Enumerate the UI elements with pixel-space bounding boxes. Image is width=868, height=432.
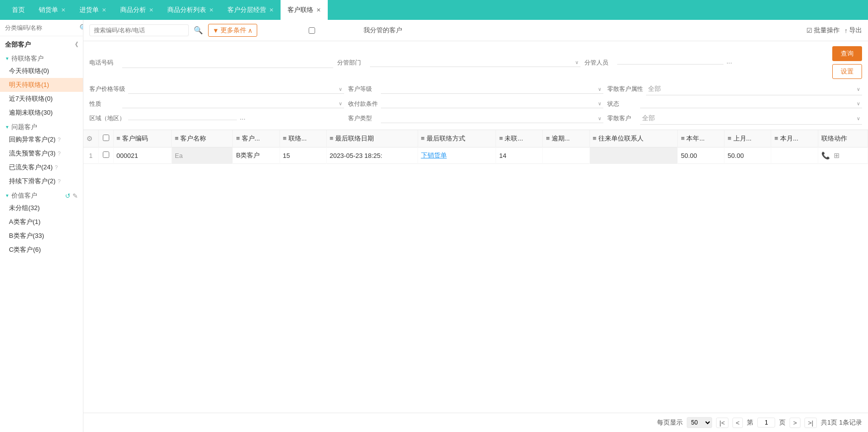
- dept-select[interactable]: ∨: [370, 58, 581, 67]
- adv-row-1: 电话号码 分管部门 ∨ 分管人员 ··· 查询 设置: [89, 46, 862, 79]
- customer-level-select[interactable]: ∨: [381, 85, 603, 94]
- action-buttons: 查询 设置: [832, 46, 862, 79]
- select-all-checkbox[interactable]: [103, 135, 109, 141]
- adv-price-level-field: 客户价格等级 ∨: [89, 85, 344, 94]
- query-button[interactable]: 查询: [832, 46, 862, 61]
- chevron-up-icon: ∧: [248, 27, 253, 34]
- gender-chevron-icon: ∨: [339, 101, 342, 106]
- problem-group-label: 问题客户: [0, 120, 83, 133]
- close-product-analysis-tab[interactable]: ✕: [149, 7, 153, 13]
- col-action: 联络动作: [818, 130, 868, 147]
- adv-area-field: 区域（地区） ···: [89, 114, 344, 123]
- sidebar-item-declining[interactable]: 持续下滑客户(2) ?: [0, 174, 83, 188]
- main-layout: 🔍 全部客户 《 待联络客户 今天待联络(0) 明天待联络(1) 近7天待联络(…: [0, 20, 868, 432]
- top-nav: 首页 销货单 ✕ 进货单 ✕ 商品分析 ✕ 商品分析列表 ✕ 客户分层经营 ✕ …: [0, 0, 868, 20]
- payment-chevron-icon: ∨: [598, 101, 601, 106]
- last-page-btn[interactable]: >|: [804, 418, 817, 428]
- col-not-contacted: ≡ 未联...: [496, 130, 543, 147]
- sidebar-item-churned[interactable]: 已流失客户(24) ?: [0, 160, 83, 174]
- nav-sales[interactable]: 销货单 ✕: [32, 0, 72, 20]
- adv-row-3: 性质 ∨ 收付款条件 ∨ 状态: [89, 99, 862, 108]
- sidebar-item-repurchase-abnormal[interactable]: 回购异常客户(2) ?: [0, 133, 83, 146]
- sidebar-item-b-class[interactable]: B类客户(33): [0, 229, 83, 243]
- sidebar-item-overdue-pending[interactable]: 逾期未联络(30): [0, 106, 83, 120]
- sidebar-search-input[interactable]: [5, 24, 79, 31]
- close-customer-contact-tab[interactable]: ✕: [316, 7, 321, 13]
- edit-value-icon[interactable]: ✎: [72, 192, 78, 200]
- col-gear: ⚙: [83, 130, 98, 147]
- col-customer-name: ≡ 客户名称: [172, 130, 233, 147]
- filter-icon: ▼: [213, 27, 219, 34]
- nav-customer-contact[interactable]: 客户联络 ✕: [281, 0, 328, 20]
- sidebar-item-today-pending[interactable]: 今天待联络(0): [0, 64, 83, 78]
- pagination: 每页显示 50 100 200 |< < 第 页 > >| 共1页 1条记录: [83, 413, 868, 432]
- sidebar-item-a-class[interactable]: A类客户(1): [0, 215, 83, 229]
- sidebar-item-tomorrow-pending[interactable]: 明天待联络(1): [0, 78, 83, 92]
- first-page-btn[interactable]: |<: [716, 418, 728, 428]
- collapse-sidebar-btn[interactable]: 《: [72, 41, 78, 49]
- row-action-phone-icon[interactable]: 📞: [821, 151, 830, 159]
- sidebar-item-ungrouped[interactable]: 未分组(32): [0, 201, 83, 215]
- set-button[interactable]: 设置: [832, 64, 862, 79]
- row-name: Ea: [172, 147, 233, 164]
- row-this-month: [771, 147, 818, 164]
- next-page-btn[interactable]: >: [790, 418, 800, 428]
- adv-row-2: 客户价格等级 ∨ 客户等级 ∨ 零散客户属性 全部: [89, 83, 862, 95]
- table-area: ⚙ ≡ 客户编码 ≡ 客户名称 ≡ 客户... ≡ 联络... ≡ 最后联络日期…: [83, 130, 868, 413]
- area-dots[interactable]: ···: [240, 115, 345, 123]
- adv-retail-attr-field: 零散客户属性 全部 ∨: [607, 83, 862, 95]
- row-action-grid-icon[interactable]: ⊞: [834, 151, 840, 159]
- row-not-contacted: 14: [496, 147, 543, 164]
- sidebar-search-icon[interactable]: 🔍: [79, 24, 83, 32]
- col-last-contact-date: ≡ 最后联络日期: [326, 130, 418, 147]
- row-checkbox[interactable]: [103, 151, 109, 158]
- nav-product-analysis[interactable]: 商品分析 ✕: [113, 0, 160, 20]
- close-customer-tier-tab[interactable]: ✕: [269, 7, 274, 13]
- payment-select[interactable]: ∨: [381, 99, 603, 108]
- export-btn[interactable]: ↑ 导出: [845, 26, 863, 35]
- nav-customer-tier[interactable]: 客户分层经营 ✕: [220, 0, 281, 20]
- help-icon-repurchase: ?: [58, 137, 61, 143]
- sidebar-item-churn-warning[interactable]: 流失预警客户(3) ?: [0, 146, 83, 160]
- close-product-analysis-list-tab[interactable]: ✕: [209, 7, 214, 13]
- filter-bar: 🔍 ▼ 更多条件 ∧ 我分管的客户 ☑ 批量操作 ↑ 导出: [83, 20, 868, 41]
- table-body: 1 000021 Ea B类客户 15 2023-05-23 18:25: 下销…: [83, 147, 868, 164]
- adv-customer-type-field: 客户类型 ∨: [348, 114, 603, 123]
- per-page-select[interactable]: 50 100 200: [687, 417, 712, 428]
- adv-payment-field: 收付款条件 ∨: [348, 99, 603, 108]
- manager-dots[interactable]: ···: [726, 59, 828, 67]
- nav-home[interactable]: 首页: [5, 0, 32, 20]
- row-contacts: 15: [280, 147, 326, 164]
- row-last-contact-date: 2023-05-23 18:25:: [326, 147, 418, 164]
- more-conditions-btn[interactable]: ▼ 更多条件 ∧: [208, 24, 257, 37]
- last-contact-link[interactable]: 下销货单: [421, 151, 447, 159]
- nav-product-analysis-list[interactable]: 商品分析列表 ✕: [160, 0, 220, 20]
- retail-attr-select[interactable]: 全部 ∨: [646, 83, 862, 95]
- col-contacts: ≡ 联络...: [280, 130, 326, 147]
- refresh-value-icon[interactable]: ↺: [65, 192, 71, 200]
- status-select[interactable]: ∨: [640, 99, 862, 108]
- page-number-input[interactable]: [757, 418, 775, 428]
- table-gear-icon[interactable]: ⚙: [86, 135, 93, 143]
- retail-customer-select[interactable]: 全部 ∨: [640, 112, 862, 125]
- search-input[interactable]: [89, 24, 189, 36]
- retail-attr-chevron-icon: ∨: [857, 86, 860, 92]
- row-overdue: [543, 147, 589, 164]
- phone-input[interactable]: [122, 58, 333, 68]
- bulk-action-btn[interactable]: ☑ 批量操作: [806, 26, 840, 35]
- close-sales-tab[interactable]: ✕: [61, 7, 66, 13]
- adv-phone-field: 电话号码: [89, 58, 333, 68]
- customer-type-select[interactable]: ∨: [381, 114, 603, 123]
- price-level-select[interactable]: ∨: [128, 85, 344, 94]
- nav-purchase[interactable]: 进货单 ✕: [72, 0, 113, 20]
- sidebar-item-7day-pending[interactable]: 近7天待联络(0): [0, 92, 83, 106]
- prev-page-btn[interactable]: <: [732, 418, 743, 428]
- col-this-year: ≡ 本年...: [678, 130, 724, 147]
- sidebar-item-c-class[interactable]: C类客户(6): [0, 243, 83, 257]
- price-level-chevron-icon: ∨: [339, 86, 342, 92]
- all-customers-header: 全部客户 《: [0, 36, 83, 51]
- filter-search-btn[interactable]: 🔍: [194, 26, 203, 35]
- my-customers-checkbox[interactable]: 我分管的客户: [262, 26, 402, 35]
- close-purchase-tab[interactable]: ✕: [102, 7, 106, 13]
- gender-select[interactable]: ∨: [122, 99, 344, 108]
